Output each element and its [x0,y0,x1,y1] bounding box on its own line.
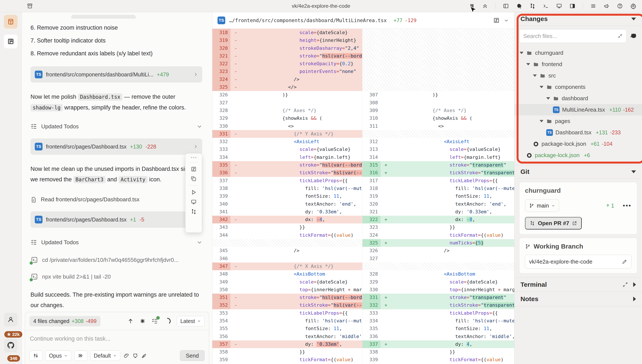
git-section-header[interactable]: Git [514,165,642,178]
panel-right-icon[interactable] [569,3,575,9]
caret-down-icon[interactable] [539,86,543,88]
tree-folder-pages[interactable]: pages [514,116,642,127]
send-button[interactable]: Send [180,350,205,361]
rail-item-github[interactable] [4,338,18,352]
todos-status-icon[interactable] [151,318,158,324]
diff-row: 353 tickLabelProps={{333 tickLabelProps=… [212,309,514,317]
model-dropdown[interactable]: Opus [45,350,71,361]
chat-bubble-icon[interactable] [516,3,522,9]
expand-icon[interactable] [622,282,628,288]
open-pr-label: Open PR #7 [538,220,569,227]
tree-folder-src[interactable]: src [514,70,642,81]
rail-item-account[interactable] [4,313,18,326]
chat-scroll-area[interactable]: 6. Remove zoom instruction noise 7. Soft… [22,12,212,312]
chevron-down-icon[interactable] [197,240,202,245]
tree-folder-churnguard[interactable]: churnguard [514,47,642,58]
changes-section-header[interactable]: Changes [514,12,642,26]
spinner-icon [164,318,171,325]
repo-more-menu[interactable]: ••• [623,202,631,209]
right-sidebar: Changes churnguardfrontendsrccomponentsd… [514,12,642,364]
files-changed-label: 4 files changed [33,318,69,324]
terminal-section-header[interactable]: Terminal [514,277,642,292]
terminal-icon[interactable] [543,3,549,9]
tree-folder-components[interactable]: components [514,81,642,93]
tree-item-name: components [555,84,585,90]
monitor-icon[interactable] [556,3,562,9]
tool-row-label: Updated Todos [41,123,79,130]
branch-dropdown[interactable]: main [525,200,559,212]
caret-down-icon[interactable] [539,120,543,122]
copy-icon[interactable] [191,176,197,182]
git-compare-icon[interactable] [191,208,197,214]
file-change-card[interactable]: TS frontend/src/pages/Dashboard.tsx +1 -… [31,212,202,228]
help-icon[interactable] [617,3,623,9]
terminal-command-text: cd /private/var/folders/10/h7w0q46556ggr… [42,257,179,263]
chevron-down-icon[interactable] [503,18,509,23]
updated-todos-row[interactable]: Updated Todos [31,123,202,130]
working-branch-input[interactable]: vk/4e2a-explore-the-code [525,255,631,268]
terminal-command-row[interactable]: npx vite build 2>&1 | tail -20 [31,273,202,280]
megaphone-icon[interactable] [603,3,609,9]
typescript-file-icon: TS [35,216,43,224]
notes-section-header[interactable]: Notes [514,292,642,306]
tree-file-Dashboard.tsx[interactable]: TSDashboard.tsx+131-233 [514,127,642,138]
diff-rows[interactable]: 318- scale={dateScale}319- height={inner… [212,29,514,364]
tree-item-name: src [548,72,556,79]
diff-row: 318- scale={dateScale} [212,29,514,36]
tree-file-package-lock.json[interactable]: package-lock.json+6 [514,150,642,161]
tree-folder-frontend[interactable]: frontend [514,58,642,70]
diff-row: 326 )}307 )} [212,91,514,99]
rail-item-kanban[interactable] [4,34,18,48]
read-file-row[interactable]: Read frontend/src/pages/Dashboard.tsx [31,196,202,203]
mode-label: Default [94,352,111,359]
pause-icon[interactable] [469,3,475,9]
toolbar-separator [189,186,198,186]
clipped-code-pill [71,15,136,19]
play-icon[interactable] [191,189,197,195]
scroll-up-icon[interactable] [127,318,134,324]
files-changed-pill[interactable]: 4 files changed +308 -499 [30,316,101,326]
git-title: Git [520,168,529,175]
fast-forward-button[interactable] [74,350,87,361]
chevron-down-icon[interactable] [197,124,202,129]
more-options-icon[interactable] [191,156,197,158]
search-input[interactable] [523,32,617,40]
rail-item-board-active[interactable] [4,15,18,28]
edit-pencil-icon[interactable] [622,259,627,264]
collapse-tree-icon[interactable] [617,33,623,39]
open-pr-button[interactable]: Open PR #7 [525,217,582,230]
file-change-card[interactable]: TS frontend/src/pages/Dashboard.tsx +130… [31,138,202,155]
mode-dropdown[interactable]: Default [90,350,120,361]
file-search-box[interactable] [519,29,626,43]
panel-left-icon[interactable] [503,3,509,9]
diff-row: 355 fontSize: 11,335 fontSize: 11, [212,325,514,332]
composer-settings-button[interactable] [30,350,42,361]
collapse-all-icon[interactable] [482,3,488,9]
git-compare-icon[interactable] [529,3,535,9]
settings-gear-icon[interactable] [630,3,636,9]
caret-down-icon[interactable] [520,52,523,54]
working-branch-card: Working Branch vk/4e2a-explore-the-code [519,238,637,274]
terminal-command-row[interactable]: cd /private/var/folders/10/h7w0q46556ggr… [31,256,202,264]
caret-down-icon[interactable] [533,74,537,77]
message-input[interactable]: Continue working on this task... [25,330,209,342]
latest-dropdown[interactable]: Latest [177,316,205,326]
toolbar-separator [583,3,583,9]
editor-z-icon[interactable] [191,166,197,172]
open-in-editor-icon[interactable] [493,17,500,24]
file-change-card[interactable]: TS frontend/src/components/dashboard/Mul… [31,66,202,83]
attachment-icon[interactable] [123,352,129,359]
github-cat-icon[interactable] [630,32,637,40]
tree-file-package-lock.json[interactable]: package-lock.json+61-104 [514,138,642,150]
github-cat-icon[interactable] [132,352,138,359]
monitor-icon[interactable] [191,199,197,205]
tree-file-MultiLineArea.tsx[interactable]: TSMultiLineArea.tsx+110-162 [514,104,642,116]
diff-row: 341 dy: '0.33em',321 dy: '0.33em', [212,208,514,216]
caret-down-icon[interactable] [546,97,550,100]
menu-icon[interactable] [590,3,596,9]
pen-icon[interactable] [141,352,147,359]
caret-down-icon[interactable] [526,63,530,66]
tree-folder-dashboard[interactable]: dashboard [514,93,642,104]
burst-icon[interactable] [139,318,146,324]
updated-todos-row[interactable]: Updated Todos [31,239,202,246]
